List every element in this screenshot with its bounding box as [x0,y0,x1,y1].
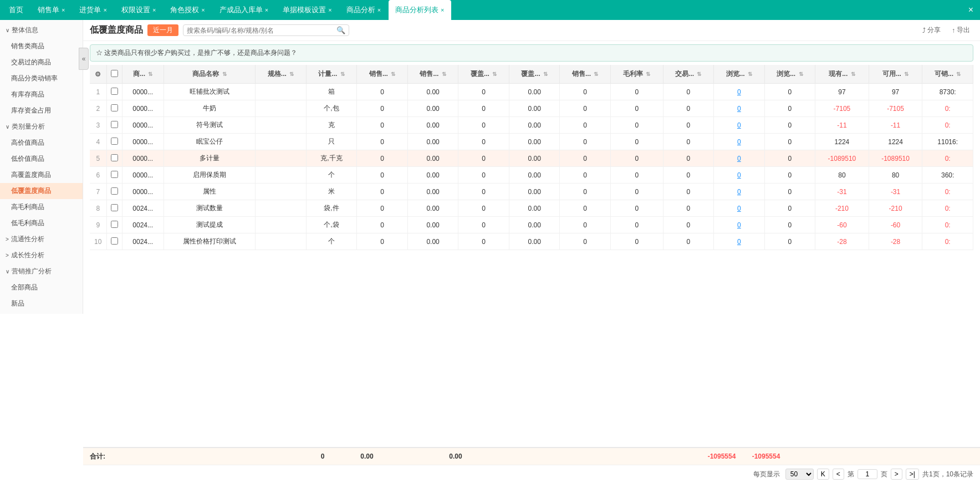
sidebar-item-low-value[interactable]: 低价值商品 [0,151,83,167]
sidebar-item-category-rate[interactable]: 商品分类动销率 [0,70,83,87]
col-sales-count[interactable]: 销售... ⇅ [357,65,408,84]
sidebar-collapse-btn[interactable]: « [79,48,89,70]
row-checkbox[interactable] [111,104,118,111]
nav-close-sales[interactable]: × [62,7,65,13]
select-all-checkbox[interactable] [111,70,118,77]
col-trade[interactable]: 交易... ⇅ [663,65,714,84]
cell-name: 符号测试 [164,117,255,134]
nav-permissions[interactable]: 权限设置 × [115,0,162,20]
share-btn[interactable]: ⤴ 分享 [919,24,944,36]
sidebar-item-sales-goods[interactable]: 销售类商品 [0,38,83,54]
row-checkbox[interactable] [111,171,118,178]
nav-products[interactable]: 产成品入库单 × [213,0,275,20]
nav-roles[interactable]: 角色授权 × [164,0,211,20]
cell-browse1[interactable]: 0 [714,84,765,100]
col-settings[interactable]: ⚙ [90,65,106,84]
col-spec[interactable]: 规格... ⇅ [256,65,307,84]
col-browse2[interactable]: 浏览... ⇅ [764,65,815,84]
cell-browse1[interactable]: 0 [714,233,765,250]
prev-page-btn[interactable]: < [833,469,844,480]
sidebar-item-high-margin[interactable]: 高毛利商品 [0,199,83,215]
last-page-btn[interactable]: >| [906,469,919,480]
col-gross-rate[interactable]: 毛利率 ⇅ [610,65,663,84]
main-layout: ∨ 整体信息 销售类商品 交易过的商品 商品分类动销率 有库存商品 库存资金占用… [0,20,980,483]
cell-browse1[interactable]: 0 [714,117,765,134]
first-page-btn[interactable]: K [817,469,829,480]
cell-unit: 克 [306,117,357,134]
col-sellable[interactable]: 可销... ⇅ [922,65,973,84]
cell-browse1[interactable]: 0 [714,200,765,217]
nav-close-purchase[interactable]: × [103,7,106,13]
nav-close-permissions[interactable]: × [152,7,156,13]
cell-browse1[interactable]: 0 [714,100,765,117]
row-checkbox[interactable] [111,221,118,228]
col-name[interactable]: 商品名称 ⇅ [164,65,255,84]
filter-period-btn[interactable]: 近一月 [147,24,178,36]
cell-trade: 0 [663,100,714,117]
col-sales-amount[interactable]: 销售... ⇅ [407,65,458,84]
sidebar-section-category[interactable]: ∨ 类别量分析 [0,119,83,135]
cell-browse1[interactable]: 0 [714,184,765,200]
sidebar-section-marketing[interactable]: ∨ 营销推广分析 [0,263,83,279]
row-checkbox[interactable] [111,121,118,128]
nav-close-products[interactable]: × [265,7,268,13]
sidebar-item-high-coverage[interactable]: 高覆盖度商品 [0,167,83,183]
nav-product-analysis[interactable]: 商品分析 × [340,0,387,20]
col-sales3[interactable]: 销售... ⇅ [560,65,611,84]
sidebar-item-low-coverage[interactable]: 低覆盖度商品 [0,183,83,199]
sidebar-item-all-goods[interactable]: 全部商品 [0,279,83,296]
table-row: 7 0000... 属性 米 0 0.00 0 0.00 0 0 0 0 0 -… [90,184,973,200]
nav-close-product-analysis-list[interactable]: × [441,7,444,13]
nav-home[interactable]: 首页 [2,0,30,20]
sidebar-item-in-stock[interactable]: 有库存商品 [0,87,83,103]
window-close-icon[interactable]: × [964,5,978,15]
cell-browse1[interactable]: 0 [714,134,765,150]
footer-sales-amount: 0.00 [345,451,389,461]
col-code[interactable]: 商... ⇅ [122,65,164,84]
row-checkbox[interactable] [111,204,118,211]
export-btn[interactable]: ↑ 导出 [948,24,973,36]
cell-browse1[interactable]: 0 [714,150,765,167]
row-checkbox[interactable] [111,154,118,161]
sidebar-item-traded-goods[interactable]: 交易过的商品 [0,54,83,70]
sidebar-item-high-value[interactable]: 高价值商品 [0,135,83,151]
sidebar-item-new-goods[interactable]: 新品 [0,296,83,312]
sidebar-item-inventory-funds[interactable]: 库存资金占用 [0,103,83,119]
sidebar-section-overall[interactable]: ∨ 整体信息 [0,22,83,38]
sidebar-section-liquidity[interactable]: > 流通性分析 [0,231,83,247]
cell-code: 0024... [122,233,164,250]
cell-browse1[interactable]: 0 [714,217,765,233]
cell-sellable: 0: [922,117,973,134]
sidebar-section-growth[interactable]: > 成长性分析 [0,247,83,263]
nav-sales[interactable]: 销售单 × [31,0,72,20]
col-cover1[interactable]: 覆盖... ⇅ [458,65,509,84]
col-browse1[interactable]: 浏览... ⇅ [714,65,765,84]
cell-browse2: 0 [764,184,815,200]
search-input[interactable] [187,27,334,34]
nav-close-product-analysis[interactable]: × [377,7,381,13]
cell-sales-count: 0 [357,217,408,233]
col-cover2[interactable]: 覆盖... ⇅ [509,65,560,84]
row-checkbox[interactable] [111,187,118,195]
page-input[interactable] [858,469,877,479]
cell-sales3: 0 [560,217,611,233]
col-available[interactable]: 可用... ⇅ [869,65,922,84]
nav-templates[interactable]: 单据模板设置 × [276,0,338,20]
nav-product-analysis-list[interactable]: 商品分析列表 × [389,0,451,20]
next-page-btn[interactable]: > [891,469,902,480]
row-checkbox[interactable] [111,138,118,145]
nav-purchase[interactable]: 进货单 × [73,0,113,20]
arrow-icon-growth: > [6,252,9,258]
cell-sales-amount: 0.00 [407,117,458,134]
search-icon[interactable]: 🔍 [336,26,345,34]
nav-close-templates[interactable]: × [328,7,331,13]
row-checkbox[interactable] [111,88,118,95]
cell-browse1[interactable]: 0 [714,167,765,184]
cell-name: 多计量 [164,150,255,167]
col-current[interactable]: 现有... ⇅ [815,65,869,84]
sidebar-item-low-margin[interactable]: 低毛利商品 [0,215,83,231]
nav-close-roles[interactable]: × [201,7,205,13]
page-size-select[interactable]: 50 20 100 200 [785,469,814,480]
row-checkbox[interactable] [111,237,118,245]
col-unit[interactable]: 计量... ⇅ [306,65,357,84]
